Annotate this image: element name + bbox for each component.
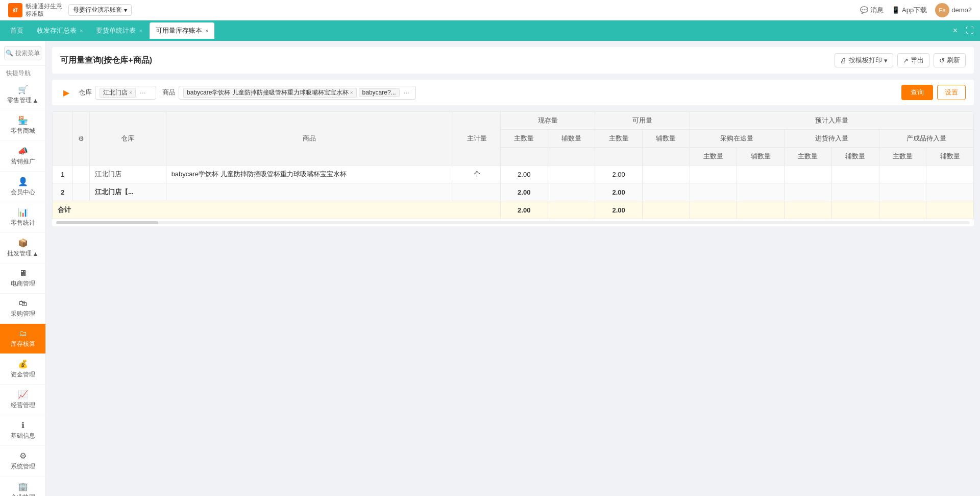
footer-production-main [879,201,926,219]
stats-icon: 📊 [18,207,28,217]
cell-warehouse: 江北门店 [90,166,166,183]
tab-bar-actions: × ⛶ [951,24,976,37]
cell-production-main [879,183,926,201]
tab-available-stock[interactable]: 可用量库存账本 × [150,22,214,39]
search-menu-btn[interactable]: 🔍 搜索菜单 [4,46,41,60]
footer-avail-main: 2.00 [595,201,643,219]
sidebar-item-wholesale-mgmt[interactable]: 📦 批发管理 ▲ [0,233,45,264]
cell-incoming-aux [831,183,879,201]
chevron-down-icon: ▾ [884,57,888,64]
inventory-icon: 🗂 [19,329,27,338]
th-avail-main-2 [595,148,643,166]
product-filter-group: 商品 babycare学饮杯 儿童防摔防撞吸管杯重力球吸嘴杯宝宝水杯 × bab… [162,86,416,100]
chevron-down-icon: ▾ [124,7,127,14]
cell-product [166,183,453,201]
sidebar-item-label: 批发管理 ▲ [7,249,39,258]
sidebar-item-finance[interactable]: 💰 资金管理 [0,354,45,385]
print-icon: 🖨 [840,57,847,64]
sidebar-item-label: 系统管理 [11,462,35,471]
tab-close-available-stock[interactable]: × [205,28,208,34]
product-filter-input[interactable]: babycare学饮杯 儿童防摔防撞吸管杯重力球吸嘴杯宝宝水杯 × babyca… [179,86,416,100]
warehouse-tag-close[interactable]: × [129,90,132,96]
sidebar-item-member-center[interactable]: 👤 会员中心 [0,172,45,202]
close-all-tabs-btn[interactable]: × [951,24,960,37]
cell-warehouse: 江北门店【... [90,183,166,201]
sidebar-item-retail-mall[interactable]: 🏪 零售商城 [0,110,45,141]
footer-avail-aux [643,201,690,219]
message-btn[interactable]: 💬 消息 [860,6,884,15]
cell-incoming-main [785,166,832,183]
sidebar-item-label: 库存核算 [11,340,35,348]
sidebar-item-label: 会员中心 [11,188,35,197]
th-settings[interactable]: ⚙ [73,112,90,166]
basic-info-icon: ℹ [21,420,24,430]
cell-production-main [879,166,926,183]
product-tag-1-close[interactable]: × [350,90,353,96]
th-production-group: 产成品待入量 [879,130,973,148]
marketing-icon: 📣 [18,146,28,156]
sidebar-item-inventory[interactable]: 🗂 库存核算 [0,324,45,354]
warehouse-filter-input[interactable]: 江北门店 × ··· [95,86,156,100]
sidebar-item-purchase[interactable]: 🛍 采购管理 [0,294,45,324]
finance-icon: 💰 [18,359,28,369]
tab-home[interactable]: 首页 [4,22,30,39]
th-incoming-aux: 辅数量 [831,148,879,166]
tab-receive-send[interactable]: 收发存汇总表 × [31,22,89,39]
th-purchase-aux: 辅数量 [737,148,785,166]
refresh-icon: ↺ [939,57,945,64]
sidebar-item-label: 经营管理 [11,401,35,410]
cell-purchase-aux [737,166,785,183]
print-btn[interactable]: 🖨 按模板打印 ▾ [835,53,893,67]
sidebar-item-label: 营销推广 [11,157,35,166]
sidebar-item-label: 采购管理 [11,310,35,318]
tab-order-summary[interactable]: 要货单统计表 × [90,22,148,39]
sidebar-item-marketing[interactable]: 📣 营销推广 [0,141,45,172]
export-btn[interactable]: ↗ 导出 [897,53,929,67]
logo-icon: 好 [8,3,22,17]
cell-incoming-main [785,183,832,201]
warehouse-tag: 江北门店 × [100,88,136,98]
scrollbar-thumb[interactable] [56,221,158,224]
scrollbar-area [52,219,974,226]
tab-close-order-summary[interactable]: × [139,28,142,34]
sidebar-item-retail-stats[interactable]: 📊 零售统计 [0,202,45,233]
footer-row: 合计 2.00 2.00 [53,201,974,219]
settings-btn[interactable]: 设置 [937,85,966,100]
warehouse-filter-group: 仓库 江北门店 × ··· [79,86,156,100]
sidebar-item-retail-mgmt[interactable]: 🛒 零售管理 ▲ [0,80,45,110]
tab-close-receive-send[interactable]: × [80,28,83,34]
sidebar-item-label: 零售统计 [11,219,35,227]
sidebar-item-label: 资金管理 [11,370,35,379]
cell-product: babycare学饮杯 儿童防摔防撞吸管杯重力球吸嘴杯宝宝水杯 [166,166,453,183]
sidebar-item-system[interactable]: ⚙ 系统管理 [0,446,45,477]
cell-stock-aux [548,183,595,201]
th-stock-group: 现存量 [500,112,595,130]
sidebar-item-enterprise[interactable]: 🏢 企业协同 [0,477,45,496]
sidebar-item-basic-info[interactable]: ℹ 基础信息 [0,415,45,446]
fullscreen-btn[interactable]: ⛶ [964,24,976,37]
th-avail-aux: 辅数量 [643,130,690,148]
cell-purchase-aux [737,183,785,201]
th-incoming-group: 进货待入量 [785,130,879,148]
refresh-btn[interactable]: ↺ 刷新 [934,53,966,67]
purchase-icon: 🛍 [19,299,27,308]
sidebar-item-ecommerce[interactable]: 🖥 电商管理 [0,264,45,294]
filter-expand-btn[interactable]: ▶ [60,86,72,99]
cell-incoming-aux [831,166,879,183]
top-bar-left: 好 畅捷通好生意 标准版 母婴行业演示账套 ▾ [8,3,132,17]
cell-unit [453,183,501,201]
sidebar-item-label: 零售管理 ▲ [7,96,39,105]
app-download-btn[interactable]: 📱 App下载 [892,6,927,15]
scrollbar-track[interactable] [56,221,970,224]
sidebar-item-ops-mgmt[interactable]: 📈 经营管理 [0,385,45,415]
filter-actions: 查询 设置 [901,85,966,100]
data-table: ⚙ 仓库 商品 主计量 现存量 可用量 预计入库量 主数量 辅数量 主数量 辅数… [52,111,974,219]
account-selector[interactable]: 母婴行业演示账套 ▾ [68,4,132,16]
user-profile[interactable]: Ea demo2 [935,3,972,17]
member-icon: 👤 [18,177,28,186]
th-purchase-group: 采购在途量 [690,130,784,148]
th-unit: 主计量 [453,112,501,166]
warehouse-more-btn[interactable]: ··· [138,88,148,97]
query-btn[interactable]: 查询 [901,85,933,100]
product-more-btn[interactable]: ··· [402,88,412,97]
